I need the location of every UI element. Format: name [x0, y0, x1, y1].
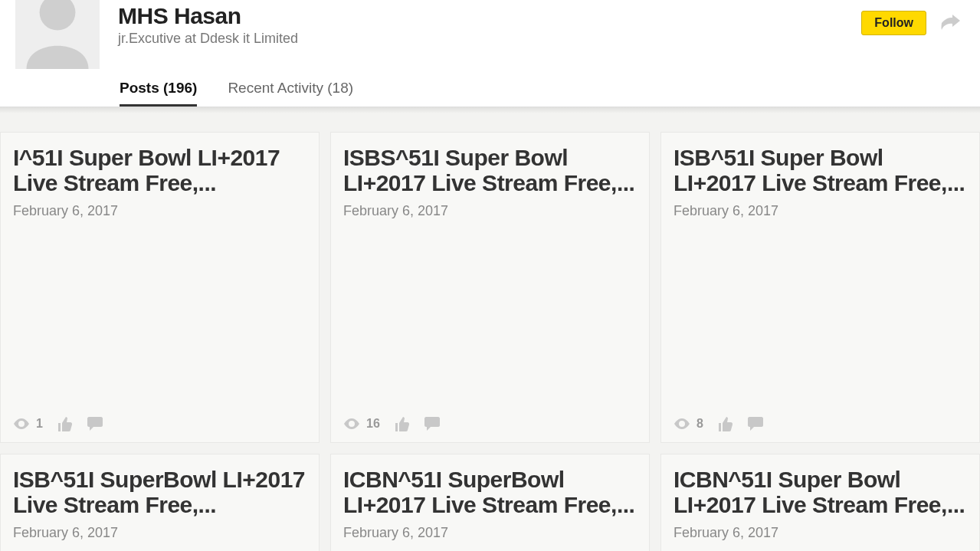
post-stats: 16 — [343, 416, 637, 431]
post-title: ICBN^51I SuperBowl LI+2017 Live Stream F… — [343, 467, 637, 517]
like-icon[interactable] — [395, 416, 409, 431]
share-icon[interactable] — [940, 15, 960, 31]
post-card[interactable]: ICBN^51I SuperBowl LI+2017 Live Stream F… — [330, 454, 650, 551]
post-title: ISB^51I Super Bowl LI+2017 Live Stream F… — [674, 145, 967, 195]
tab-recent-activity[interactable]: Recent Activity (18) — [228, 80, 353, 107]
views-count: 16 — [366, 417, 380, 431]
views-icon — [343, 418, 360, 429]
views-icon — [674, 418, 690, 429]
post-stats: 8 — [674, 416, 967, 431]
post-stats: 1 — [13, 416, 306, 431]
follow-button[interactable]: Follow — [861, 11, 926, 35]
post-date: February 6, 2017 — [674, 525, 967, 541]
post-date: February 6, 2017 — [13, 525, 306, 541]
post-date: February 6, 2017 — [13, 203, 306, 219]
posts-grid: I^51I Super Bowl LI+2017 Live Stream Fre… — [0, 113, 980, 551]
post-title: I^51I Super Bowl LI+2017 Live Stream Fre… — [13, 145, 306, 195]
post-card[interactable]: ISB^51I SuperBowl LI+2017 Live Stream Fr… — [0, 454, 320, 551]
tab-posts[interactable]: Posts (196) — [120, 80, 197, 107]
post-card[interactable]: ISB^51I Super Bowl LI+2017 Live Stream F… — [660, 132, 980, 443]
post-title: ICBN^51I Super Bowl LI+2017 Live Stream … — [674, 467, 967, 517]
avatar[interactable] — [15, 0, 100, 69]
views-count: 1 — [36, 417, 43, 431]
post-date: February 6, 2017 — [343, 525, 637, 541]
comment-icon[interactable] — [424, 417, 440, 431]
profile-header: MHS Hasan jr.Excutive at Ddesk it Limite… — [0, 0, 980, 107]
views-icon — [13, 418, 30, 429]
views-count: 8 — [696, 417, 703, 431]
post-title: ISBS^51I Super Bowl LI+2017 Live Stream … — [343, 145, 637, 195]
post-date: February 6, 2017 — [674, 203, 967, 219]
profile-name: MHS Hasan — [118, 3, 861, 29]
post-title: ISB^51I SuperBowl LI+2017 Live Stream Fr… — [13, 467, 306, 517]
post-date: February 6, 2017 — [343, 203, 637, 219]
like-icon[interactable] — [719, 416, 733, 431]
comment-icon[interactable] — [87, 417, 103, 431]
post-card[interactable]: ICBN^51I Super Bowl LI+2017 Live Stream … — [660, 454, 980, 551]
avatar-placeholder-icon — [15, 0, 100, 69]
post-card[interactable]: I^51I Super Bowl LI+2017 Live Stream Fre… — [0, 132, 320, 443]
like-icon[interactable] — [58, 416, 72, 431]
post-card[interactable]: ISBS^51I Super Bowl LI+2017 Live Stream … — [330, 132, 650, 443]
comment-icon[interactable] — [748, 417, 763, 431]
tabs: Posts (196) Recent Activity (18) — [0, 69, 980, 107]
profile-subtitle: jr.Excutive at Ddesk it Limited — [118, 31, 861, 47]
